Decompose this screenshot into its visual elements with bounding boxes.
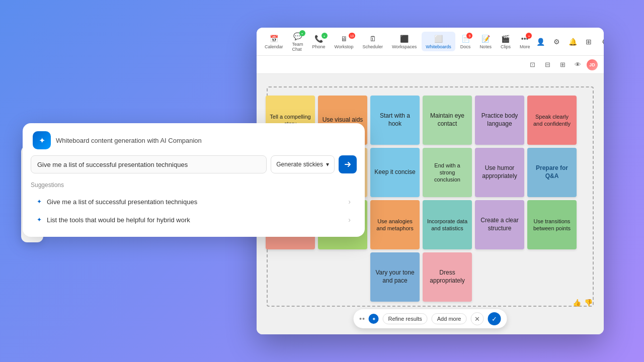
bell-icon[interactable]: 🔔 — [566, 35, 579, 48]
suggestion-text-2: List the tools that would be helpful for… — [47, 216, 343, 224]
sticky-vary-tone[interactable]: Vary your tone and pace — [370, 252, 420, 302]
whiteboards-icon: ⬜ — [434, 34, 444, 44]
search-icon[interactable]: 👤 — [534, 35, 547, 48]
sticky-transitions[interactable]: Use transitions between points — [527, 200, 577, 249]
sticky-use-humor[interactable]: Use humor appropriately — [475, 148, 524, 197]
nav-right: 👤 ⚙ 🔔 ⊞ ⚙ JD Share — [534, 35, 604, 48]
suggestions-label: Suggestions — [31, 182, 357, 189]
settings-icon[interactable]: ⚙ — [550, 35, 563, 48]
nav-label-workshop: Workstop — [335, 44, 354, 49]
nav-label-docs: Docs — [460, 44, 471, 49]
ai-input-row: Generate stickies ▾ — [23, 155, 365, 179]
team-chat-badge: • — [299, 30, 305, 36]
nav-item-clips[interactable]: 🎬 Clips — [497, 32, 515, 51]
toolbar-frame-icon[interactable]: ⊡ — [526, 59, 538, 71]
phone-badge: • — [321, 33, 328, 39]
ai-dropdown-label: Generate stickies — [276, 161, 323, 168]
scheduler-icon: 🗓 — [368, 34, 378, 44]
toolbar-eye-icon[interactable]: 👁 — [572, 59, 584, 71]
nav-item-notes[interactable]: 📝 Notes — [475, 32, 496, 51]
suggestion-ai-icon-2: ✦ — [37, 216, 42, 223]
suggestion-arrow-2: › — [348, 216, 351, 224]
suggestion-item-2[interactable]: ✦ List the tools that would be helpful f… — [31, 211, 357, 229]
ai-panel-header: ✦ Whiteboard content generation with AI … — [23, 123, 365, 155]
thumbs-down-icon[interactable]: 👎 — [584, 299, 593, 307]
feedback-icons: 👍 👎 — [573, 299, 593, 307]
toolbar-split-icon[interactable]: ⊟ — [541, 59, 553, 71]
sticky-body-language[interactable]: Practice body language — [475, 96, 524, 145]
dot-2 — [363, 318, 365, 320]
nav-label-workspaces: Workspaces — [392, 44, 417, 49]
nav-label-whiteboards: Whiteboards — [426, 44, 451, 49]
ai-companion-panel: ✦ Whiteboard content generation with AI … — [23, 123, 365, 237]
add-more-button[interactable]: Add more — [432, 313, 467, 324]
gear-icon[interactable]: ⚙ — [598, 35, 604, 48]
sticky-start-hook[interactable]: Start with a hook — [370, 96, 420, 145]
sticky-data-statistics[interactable]: Incorporate data and statistics — [423, 200, 472, 249]
sticky-eye-contact[interactable]: Maintain eye contact — [423, 96, 472, 145]
sticky-strong-conclusion[interactable]: End with a strong conclusion — [423, 148, 472, 197]
suggestion-text-1: Give me a list of successful presentatio… — [47, 198, 343, 206]
notes-icon: 📝 — [480, 34, 491, 44]
toolbar-avatar: JD — [587, 59, 598, 70]
sticky-keep-concise[interactable]: Keep it concise — [370, 148, 420, 197]
toolbar-grid-icon[interactable]: ⊞ — [556, 59, 569, 71]
chevron-down-icon: ▾ — [326, 161, 329, 168]
ai-text-input[interactable] — [31, 155, 267, 173]
confirm-button[interactable]: ✓ — [488, 312, 501, 325]
nav-label-scheduler: Scheduler — [362, 44, 383, 49]
nav-item-scheduler[interactable]: 🗓 Scheduler — [358, 32, 387, 51]
empty-cell-1 — [266, 252, 315, 302]
nav-item-workspaces[interactable]: ⬛ Workspaces — [388, 32, 421, 51]
cancel-button[interactable]: ✕ — [470, 312, 484, 325]
sticky-clear-structure[interactable]: Create a clear structure — [475, 200, 524, 249]
empty-cell-2 — [318, 252, 367, 302]
nav-label-notes: Notes — [479, 44, 492, 49]
workspaces-icon: ⬛ — [399, 34, 410, 44]
workshop-badge: 10 — [349, 33, 356, 39]
calendar-icon: 📅 — [269, 34, 279, 44]
grid-icon[interactable]: ⊞ — [582, 35, 595, 48]
nav-item-calendar[interactable]: 📅 Calendar — [261, 32, 287, 51]
refine-button[interactable]: Refine results — [383, 313, 428, 324]
clips-icon: 🎬 — [501, 34, 511, 44]
suggestion-ai-icon-1: ✦ — [37, 198, 42, 205]
sticky-dress[interactable]: Dress appropriately — [423, 252, 472, 302]
nav-label-team-chat: Team Chat — [292, 42, 303, 52]
ai-send-button[interactable] — [339, 155, 357, 173]
nav-item-workshop[interactable]: 🖥 Workstop 10 — [331, 32, 358, 51]
workshop-icon: 🖥 — [339, 34, 349, 44]
ai-icon-bottom: ✦ — [369, 314, 379, 324]
suggestions-section: Suggestions ✦ Give me a list of successf… — [23, 179, 365, 237]
nav-item-team-chat[interactable]: 💬 Team Chat • — [288, 29, 307, 54]
nav-item-docs[interactable]: 📄 Docs 9 — [456, 32, 475, 51]
ai-dropdown[interactable]: Generate stickies ▾ — [271, 155, 335, 173]
nav-items: 📅 Calendar 💬 Team Chat • 📞 Phone • 🖥 Wor… — [261, 29, 534, 54]
nav-label-calendar: Calendar — [265, 44, 283, 49]
nav-item-whiteboards[interactable]: ⬜ Whiteboards — [422, 32, 455, 51]
top-nav: 📅 Calendar 💬 Team Chat • 📞 Phone • 🖥 Wor… — [257, 28, 604, 56]
docs-badge: 9 — [466, 33, 472, 39]
ai-logo: ✦ — [33, 131, 51, 149]
dot-1 — [360, 318, 362, 320]
nav-item-phone[interactable]: 📞 Phone • — [308, 32, 330, 51]
bottom-action-bar: ✦ Refine results Add more ✕ ✓ — [354, 309, 507, 328]
dot-group — [360, 318, 365, 320]
ai-panel-title: Whiteboard content generation with AI Co… — [56, 137, 202, 144]
sticky-prepare-qa[interactable]: Prepare for Q&A — [527, 148, 577, 197]
more-badge: • — [526, 33, 532, 39]
suggestion-item-1[interactable]: ✦ Give me a list of successful presentat… — [31, 193, 357, 211]
suggestion-arrow-1: › — [348, 198, 351, 206]
toolbar: ⊡ ⊟ ⊞ 👁 JD — [257, 56, 604, 74]
nav-label-clips: Clips — [501, 44, 511, 49]
nav-label-phone: Phone — [312, 44, 326, 49]
nav-label-more: More — [520, 44, 530, 49]
nav-item-more[interactable]: ••• More • — [516, 32, 534, 51]
thumbs-up-icon[interactable]: 👍 — [573, 299, 581, 307]
sticky-analogies[interactable]: Use analogies and metaphors — [370, 200, 420, 249]
sticky-speak-clearly[interactable]: Speak clearly and confidently — [527, 96, 577, 145]
